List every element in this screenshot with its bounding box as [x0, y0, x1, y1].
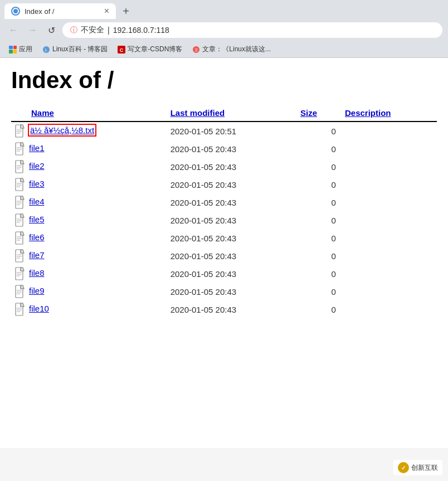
active-tab[interactable]: Index of / ×: [4, 3, 116, 19]
svg-marker-57: [21, 303, 24, 307]
file-description: [342, 193, 437, 211]
file-size: 0: [297, 283, 342, 300]
file-link[interactable]: file8: [29, 268, 45, 278]
file-icon: [14, 231, 26, 245]
page-title: Index of /: [11, 67, 437, 94]
url-display: 192.168.0.7:118: [113, 26, 169, 35]
col-header-description[interactable]: Description: [342, 105, 437, 122]
bookmarks-bar: 应用 L Linux百科 - 博客园 C 写文章-CSDN博客 文 文章：《Li…: [0, 41, 448, 58]
file-icon: [14, 249, 26, 263]
security-label: 不安全: [81, 25, 104, 35]
file-description: [342, 247, 437, 265]
bookmark-site-icon: L: [42, 46, 50, 54]
forward-button[interactable]: →: [25, 22, 40, 38]
url-box[interactable]: ⓘ 不安全 | 192.168.0.7:118: [62, 22, 442, 38]
svg-text:C: C: [120, 47, 124, 53]
table-row: file32020-01-05 20:430: [11, 176, 437, 193]
url-separator: |: [108, 26, 110, 35]
browser-chrome: Index of / × + ← → ↺ ⓘ 不安全 | 192.168.0.7…: [0, 0, 448, 58]
table-header-row: Name Last modified Size Description: [11, 105, 437, 122]
file-date: 2020-01-05 20:43: [167, 265, 297, 283]
file-size: 0: [297, 193, 342, 211]
file-name-cell: file8: [11, 265, 167, 283]
file-name-cell: file9: [11, 283, 167, 300]
file-size: 0: [297, 265, 342, 283]
table-row: file92020-01-05 20:430: [11, 283, 437, 300]
file-size: 0: [297, 247, 342, 265]
file-icon: [14, 303, 26, 316]
file-link[interactable]: file7: [29, 250, 45, 260]
file-size: 0: [297, 176, 342, 193]
file-date: 2020-01-05 20:43: [167, 300, 297, 318]
col-header-last-modified[interactable]: Last modified: [167, 105, 297, 122]
file-link[interactable]: file6: [29, 232, 45, 242]
file-link[interactable]: file2: [29, 161, 45, 171]
apps-icon: [9, 46, 17, 54]
file-link[interactable]: file5: [29, 215, 45, 224]
svg-marker-27: [21, 196, 24, 200]
svg-text:L: L: [45, 47, 48, 52]
tab-close-button[interactable]: ×: [104, 7, 109, 16]
file-description: [342, 122, 437, 140]
file-date: 2020-01-05 20:43: [167, 283, 297, 300]
file-link[interactable]: file3: [29, 179, 45, 188]
file-size: 0: [297, 158, 342, 176]
svg-marker-47: [21, 268, 24, 271]
bookmark-linux-baike[interactable]: L Linux百科 - 博客园: [39, 43, 111, 55]
file-icon: [14, 267, 26, 280]
file-size: 0: [297, 229, 342, 247]
file-icon: [14, 124, 26, 138]
address-bar: ← → ↺ ⓘ 不安全 | 192.168.0.7:118: [0, 19, 448, 41]
file-link[interactable]: file9: [29, 286, 45, 295]
refresh-button[interactable]: ↺: [43, 22, 59, 38]
file-description: [342, 158, 437, 176]
file-name-cell: file10: [11, 300, 167, 318]
file-date: 2020-01-05 20:43: [167, 229, 297, 247]
file-name-cell: file2: [11, 158, 167, 176]
file-link[interactable]: file10: [29, 304, 49, 313]
col-header-name[interactable]: Name: [11, 105, 167, 122]
bookmark-linux-article[interactable]: 文 文章：《Linux就该这...: [189, 43, 274, 55]
table-row: file82020-01-05 20:430: [11, 265, 437, 283]
table-row: file42020-01-05 20:430: [11, 193, 437, 211]
file-date: 2020-01-05 20:43: [167, 140, 297, 158]
file-date: 2020-01-05 20:43: [167, 247, 297, 265]
file-link[interactable]: file4: [29, 197, 45, 206]
linux-article-icon: 文: [192, 46, 200, 54]
file-icon: [14, 285, 26, 298]
file-name-cell: file3: [11, 176, 167, 193]
file-link[interactable]: file1: [29, 143, 45, 153]
back-button[interactable]: ←: [6, 22, 21, 38]
file-description: [342, 283, 437, 300]
col-header-size[interactable]: Size: [297, 105, 342, 122]
bookmark-apps[interactable]: 应用: [6, 43, 36, 55]
tab-bar: Index of / × +: [0, 0, 448, 19]
bookmark-apps-label: 应用: [19, 45, 32, 54]
file-size: 0: [297, 122, 342, 140]
file-name-cell: file5: [11, 211, 167, 229]
file-size: 0: [297, 211, 342, 229]
table-row: file72020-01-05 20:430: [11, 247, 437, 265]
table-row: file102020-01-05 20:430: [11, 300, 437, 318]
table-row: file12020-01-05 20:430: [11, 140, 437, 158]
file-date: 2020-01-05 20:43: [167, 211, 297, 229]
file-description: [342, 211, 437, 229]
svg-marker-52: [21, 285, 24, 289]
file-link[interactable]: ä½ å¥½çå,½8.txt: [29, 125, 95, 135]
file-listing-table: Name Last modified Size Description ä½ å…: [11, 105, 437, 318]
file-name-cell: file6: [11, 229, 167, 247]
table-row: ä½ å¥½çå,½8.txt2020-01-05 20:510: [11, 122, 437, 140]
file-date: 2020-01-05 20:43: [167, 158, 297, 176]
file-icon: [14, 213, 26, 227]
svg-marker-17: [21, 161, 24, 164]
bookmark-csdn[interactable]: C 写文章-CSDN博客: [114, 43, 186, 55]
new-tab-button[interactable]: +: [118, 3, 134, 19]
file-date: 2020-01-05 20:51: [167, 122, 297, 140]
svg-text:文: 文: [194, 48, 198, 52]
file-icon: [14, 160, 26, 173]
file-description: [342, 229, 437, 247]
svg-marker-12: [21, 143, 24, 146]
file-name-cell: file7: [11, 247, 167, 265]
file-name-cell: file4: [11, 193, 167, 211]
file-name-cell: ä½ å¥½çå,½8.txt: [11, 122, 167, 140]
